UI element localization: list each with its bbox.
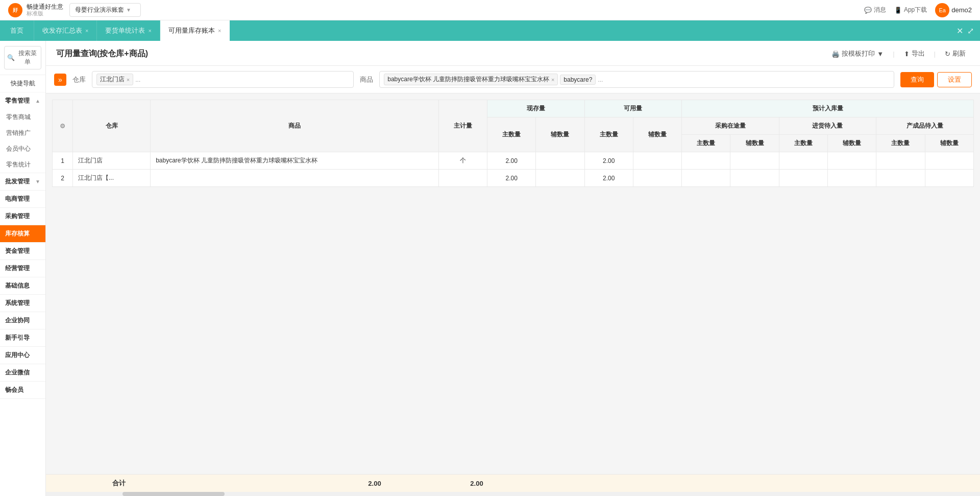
- remove-product-tag-1[interactable]: ×: [551, 77, 554, 83]
- close-inventory-tab[interactable]: ×: [218, 28, 221, 34]
- tab-cashflow[interactable]: 收发存汇总表 ×: [34, 20, 97, 41]
- sidebar-section-wholesale-header[interactable]: 批发管理 ▼: [0, 173, 45, 190]
- th-settings: ⚙: [53, 100, 73, 152]
- refresh-icon: ↻: [945, 50, 950, 58]
- sidebar-section-finance-header[interactable]: 资金管理: [0, 243, 45, 259]
- row2-available-main-qty: 2.00: [584, 170, 633, 187]
- row1-available-main-qty: 2.00: [584, 152, 633, 170]
- product-filter-label: 商品: [360, 75, 373, 84]
- scrollbar-thumb[interactable]: [122, 492, 225, 496]
- product-filter-input[interactable]: babycare学饮杯 儿童防摔防撞吸管杯重力球吸嘴杯宝宝水杯 × babyca…: [379, 71, 894, 88]
- print-template-button[interactable]: 🖨️ 按模板打印 ▼: [827, 47, 888, 60]
- close-cashflow-tab[interactable]: ×: [85, 28, 88, 34]
- search-menu-button[interactable]: 🔍 搜索菜单: [4, 46, 41, 69]
- th-current-aux-qty: 辅数量: [536, 117, 584, 152]
- sidebar-section-newbie-header[interactable]: 新手引导: [0, 329, 45, 346]
- row1-production-pending-main: [876, 152, 925, 170]
- sidebar-section-wechat-header[interactable]: 企业微信: [0, 364, 45, 381]
- sidebar-item-quick-nav[interactable]: 快捷导航: [0, 75, 45, 92]
- sidebar-section-purchase-header[interactable]: 采购管理: [0, 208, 45, 225]
- table-area: ⚙ 仓库 商品 主计量 现存量 可用量 预计入库量 主数量 辅数量 主数量 辅数…: [46, 93, 980, 474]
- sidebar-section-inventory-header[interactable]: 库存核算: [0, 225, 45, 242]
- sidebar-section-ecommerce: 电商管理: [0, 191, 45, 208]
- sidebar-section-system-header[interactable]: 系统管理: [0, 295, 45, 312]
- chevron-icon: ▲: [35, 98, 40, 104]
- top-bar-left: 好 畅捷通好生意 标准版 母婴行业演示账套 ▼: [8, 3, 141, 17]
- row2-inbound-pending-main: [779, 170, 827, 187]
- sidebar-section-purchase: 采购管理: [0, 208, 45, 225]
- sidebar-section-finance: 资金管理: [0, 243, 45, 260]
- row2-current-aux-qty: [536, 170, 584, 187]
- th-purchase-in-transit: 采购在途量: [682, 117, 779, 135]
- page-title-row: 可用量查询(按仓库+商品) 🖨️ 按模板打印 ▼ | ⬆ 导出 | ↻: [56, 47, 970, 65]
- filter-expand-button[interactable]: »: [54, 74, 66, 86]
- sidebar-section-system: 系统管理: [0, 295, 45, 312]
- settings-button[interactable]: 设置: [937, 72, 972, 87]
- export-button[interactable]: ⬆ 导出: [900, 47, 929, 60]
- app-download-icon: 📱: [894, 7, 902, 14]
- th-production-pending-main: 主数量: [876, 135, 925, 152]
- sidebar-item-member[interactable]: 会员中心: [0, 141, 45, 157]
- sidebar-section-enterprise: 企业协同: [0, 312, 45, 329]
- th-warehouse: 仓库: [73, 100, 151, 152]
- tab-inventory[interactable]: 可用量库存账本 ×: [160, 20, 230, 41]
- gear-icon[interactable]: ⚙: [60, 123, 65, 130]
- sidebar-item-retail-stats[interactable]: 零售统计: [0, 157, 45, 173]
- row1-current-main-qty: 2.00: [487, 152, 536, 170]
- row2-warehouse: 江北门店【...: [73, 170, 151, 187]
- top-bar: 好 畅捷通好生意 标准版 母婴行业演示账套 ▼ 💬 消息 📱 App下载 Ea …: [0, 0, 980, 20]
- row1-purchase-transit-aux: [730, 152, 779, 170]
- user-area[interactable]: Ea demo2: [935, 3, 972, 17]
- industry-selector[interactable]: 母婴行业演示账套 ▼: [69, 3, 141, 17]
- th-planned-inbound: 预计入库量: [682, 100, 974, 117]
- sidebar-section-enterprise-header[interactable]: 企业协同: [0, 312, 45, 329]
- username-label: demo2: [951, 6, 972, 14]
- chevron-icon: ▼: [35, 179, 40, 184]
- nav-expand-btn[interactable]: ⤢: [967, 26, 974, 36]
- row1-inbound-pending-main: [779, 152, 827, 170]
- tab-home[interactable]: 首页: [0, 20, 34, 41]
- warehouse-filter-input[interactable]: 江北门店 × ...: [92, 71, 354, 88]
- logo-area: 好 畅捷通好生意 标准版: [8, 3, 63, 17]
- sidebar-section-ecommerce-header[interactable]: 电商管理: [0, 191, 45, 207]
- sidebar-section-operations-header[interactable]: 经营管理: [0, 260, 45, 277]
- sidebar-item-retail-store[interactable]: 零售商城: [0, 109, 45, 125]
- chevron-down-icon: ▼: [877, 50, 884, 58]
- app-download-button[interactable]: 📱 App下载: [894, 6, 927, 14]
- table-scrollbar[interactable]: [46, 492, 980, 496]
- footer-available-main-qty: 2.00: [456, 480, 497, 487]
- sidebar-section-retail: 零售管理 ▲ 零售商城 营销推广 会员中心 零售统计: [0, 92, 45, 173]
- sidebar-section-appcenter-header[interactable]: 应用中心: [0, 347, 45, 364]
- filter-actions: 查询 设置: [900, 72, 972, 87]
- avatar: Ea: [935, 3, 949, 17]
- sidebar-section-basic-header[interactable]: 基础信息: [0, 277, 45, 294]
- sidebar-section-wholesale: 批发管理 ▼: [0, 173, 45, 191]
- th-production-pending-aux: 辅数量: [925, 135, 973, 152]
- remove-warehouse-tag[interactable]: ×: [127, 77, 130, 83]
- row1-product: babycare学饮杯 儿童防摔防撞吸管杯重力球吸嘴杯宝宝水杯: [151, 152, 439, 170]
- footer-current-main-qty: 2.00: [354, 480, 395, 487]
- sidebar-section-wechat: 企业微信: [0, 364, 45, 382]
- tab-requisition[interactable]: 要货单统计表 ×: [97, 20, 160, 41]
- sidebar-item-marketing[interactable]: 营销推广: [0, 125, 45, 141]
- filter-bar: » 仓库 江北门店 × ... 商品 babycare学饮杯 儿童防摔防撞吸管杯…: [46, 66, 980, 93]
- message-button[interactable]: 💬 消息: [864, 6, 886, 14]
- close-requisition-tab[interactable]: ×: [148, 28, 151, 34]
- th-inbound-pending-main: 主数量: [779, 135, 827, 152]
- th-current-stock: 现存量: [487, 100, 585, 117]
- nav-close-btn[interactable]: ✕: [957, 26, 963, 36]
- sidebar-section-retail-header[interactable]: 零售管理 ▲: [0, 92, 45, 109]
- row2-production-pending-main: [876, 170, 925, 187]
- row1-main-unit: 个: [438, 152, 487, 170]
- th-main-unit: 主计量: [438, 100, 487, 152]
- th-available-main-qty: 主数量: [584, 117, 633, 152]
- table-row: 2 江北门店【... 2.00 2.00: [53, 170, 974, 187]
- sidebar-section-newbie: 新手引导: [0, 329, 45, 347]
- refresh-button[interactable]: ↻ 刷新: [941, 47, 970, 60]
- row1-production-pending-aux: [925, 152, 973, 170]
- page-header: 可用量查询(按仓库+商品) 🖨️ 按模板打印 ▼ | ⬆ 导出 | ↻: [46, 41, 980, 66]
- sidebar-section-vip-header[interactable]: 畅会员: [0, 382, 45, 398]
- sidebar-section-vip: 畅会员: [0, 382, 45, 399]
- query-button[interactable]: 查询: [900, 72, 934, 87]
- th-current-main-qty: 主数量: [487, 117, 536, 152]
